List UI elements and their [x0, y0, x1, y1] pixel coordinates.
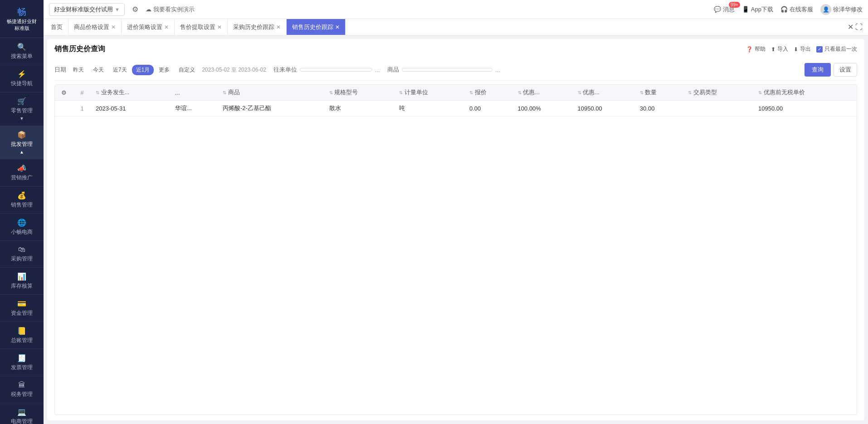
- sort-icon[interactable]: ⇅: [223, 90, 226, 95]
- sidebar-item-purchase[interactable]: 🛍 采购管理: [0, 241, 44, 268]
- close-icon[interactable]: ✕: [276, 24, 281, 30]
- date-btn-custom[interactable]: 自定义: [175, 65, 199, 75]
- import-button[interactable]: ⬆ 导入: [771, 45, 788, 53]
- date-btn-yesterday[interactable]: 昨天: [69, 65, 88, 75]
- sidebar-item-label: 资金管理: [11, 309, 33, 317]
- col-unit: ⇅ 计量单位: [395, 85, 465, 101]
- tab-purchase-strategy[interactable]: 进价策略设置 ✕: [122, 19, 175, 35]
- sort-icon[interactable]: ⇅: [688, 90, 692, 95]
- row-biz-date: 2023-05-31: [91, 101, 171, 116]
- sales-icon: 💰: [17, 191, 26, 200]
- sidebar-item-tax[interactable]: 🏛 税务管理: [0, 376, 44, 403]
- sidebar-item-quick-nav[interactable]: ⚡ 快捷导航: [0, 65, 44, 92]
- date-btn-more[interactable]: 更多: [155, 65, 174, 75]
- from-unit-more-button[interactable]: ...: [375, 67, 380, 73]
- date-range-display: 2023-05-02 至 2023-06-02: [202, 66, 266, 74]
- close-icon[interactable]: ✕: [217, 24, 222, 30]
- sort-icon[interactable]: ⇅: [469, 90, 473, 95]
- demo-label: 我要看实例演示: [153, 5, 195, 14]
- sidebar-item-ledger[interactable]: 📒 总账管理: [0, 322, 44, 349]
- purchase-icon: 🛍: [18, 246, 25, 254]
- date-btn-today[interactable]: 今天: [89, 65, 108, 75]
- tab-sale-price-extract[interactable]: 售价提取设置 ✕: [175, 19, 228, 35]
- inventory-icon: 📊: [17, 272, 26, 281]
- invoice-icon: 🧾: [17, 354, 26, 362]
- app-download-button[interactable]: 📱 App下载: [742, 5, 773, 14]
- online-service-button[interactable]: 🎧 在线客服: [780, 5, 813, 14]
- tab-home[interactable]: 首页: [45, 19, 68, 35]
- tab-purchase-history[interactable]: 采购历史价跟踪 ✕: [228, 19, 287, 35]
- col-pretax-price: ⇅ 优惠前无税单价: [754, 85, 857, 101]
- marketing-icon: 📣: [17, 164, 26, 173]
- query-button[interactable]: 查询: [805, 63, 831, 77]
- col-discount-pct: ⇅ 优惠...: [513, 85, 573, 101]
- app-name: 畅捷通好业财: [4, 18, 40, 25]
- table-row[interactable]: 1 2023-05-31 华谊... 丙烯酸-2-乙基己酯 散水 吨 0.00 …: [55, 101, 857, 116]
- workspace-gear-button[interactable]: ⚙: [128, 3, 142, 15]
- tabbar: 首页 商品价格设置 ✕ 进价策略设置 ✕ 售价提取设置 ✕ 采购历史价跟踪 ✕ …: [44, 19, 868, 35]
- sidebar-item-label: 小畅电商: [11, 228, 33, 236]
- col-price: ⇅ 报价: [465, 85, 513, 101]
- sidebar-item-retail[interactable]: 🛒 零售管理 ▼: [0, 92, 44, 126]
- tab-label: 售价提取设置: [180, 23, 215, 31]
- tab-label: 商品价格设置: [74, 23, 109, 31]
- messages-button[interactable]: 💬 消息 99+: [714, 5, 735, 14]
- row-more: 华谊...: [171, 101, 218, 116]
- col-trade-type: ⇅ 交易类型: [683, 85, 754, 101]
- row-unit: 吨: [395, 101, 465, 116]
- maximize-button[interactable]: ⛶: [855, 23, 863, 31]
- row-quantity: 30.00: [635, 101, 684, 116]
- date-btn-7days[interactable]: 近7天: [109, 65, 131, 75]
- user-menu-button[interactable]: 👤 徐泽华修改: [820, 4, 863, 15]
- export-button[interactable]: ⬇ 导出: [794, 45, 811, 53]
- close-tab-button[interactable]: ✕: [848, 23, 853, 31]
- sort-icon[interactable]: ⇅: [399, 90, 403, 95]
- date-options: 昨天 今天 近7天 近1月 更多 自定义: [69, 65, 199, 75]
- sidebar: 畅 畅捷通好业财 标准版 🔍 搜索菜单 ⚡ 快捷导航 🛒 零售管理 ▼ 📦 批发…: [0, 0, 44, 424]
- demo-button[interactable]: ☁ 我要看实例演示: [146, 5, 195, 14]
- app-edition: 标准版: [4, 25, 40, 32]
- sidebar-item-marketing[interactable]: 📣 营销推广: [0, 159, 44, 187]
- sidebar-item-finance[interactable]: 💳 资金管理: [0, 295, 44, 322]
- filter-actions: 查询 设置: [805, 63, 857, 77]
- product-more-button[interactable]: ...: [495, 67, 500, 73]
- sidebar-item-sales[interactable]: 💰 销售管理: [0, 187, 44, 214]
- chevron-up-icon: ▲: [20, 149, 24, 154]
- from-unit-filter-group: 往来单位 ...: [273, 66, 380, 74]
- tab-sales-history[interactable]: 销售历史价跟踪 ✕: [287, 19, 346, 35]
- app-download-label: App下载: [751, 5, 773, 14]
- settings-button[interactable]: 设置: [834, 63, 857, 77]
- row-gear: [55, 101, 73, 116]
- sort-icon[interactable]: ⇅: [518, 90, 522, 95]
- col-discount-amt: ⇅ 优惠...: [573, 85, 635, 101]
- tab-product-price[interactable]: 商品价格设置 ✕: [68, 19, 122, 35]
- sort-icon[interactable]: ⇅: [578, 90, 581, 95]
- sidebar-item-ecommerce-small[interactable]: 🌐 小畅电商: [0, 214, 44, 241]
- sidebar-item-wholesale[interactable]: 📦 批发管理 ▲: [0, 126, 44, 159]
- col-spec: ⇅ 规格型号: [325, 85, 395, 101]
- column-gear-icon[interactable]: ⚙: [61, 89, 67, 96]
- sidebar-item-ecommerce[interactable]: 💻 电商管理: [0, 403, 44, 424]
- retail-icon: 🛒: [17, 97, 26, 106]
- sidebar-item-search[interactable]: 🔍 搜索菜单: [0, 38, 44, 65]
- close-icon[interactable]: ✕: [164, 24, 169, 30]
- sidebar-item-inventory[interactable]: 📊 库存核算: [0, 268, 44, 295]
- sidebar-item-invoice[interactable]: 🧾 发票管理: [0, 349, 44, 376]
- sort-icon[interactable]: ⇅: [758, 90, 762, 95]
- sort-icon[interactable]: ⇅: [96, 90, 99, 95]
- page-content: 销售历史价查询 ❓ 帮助 ⬆ 导入 ⬇ 导出 ✓ 只看最后一次: [47, 39, 864, 420]
- date-btn-1month[interactable]: 近1月: [132, 65, 154, 75]
- workspace-selector[interactable]: 好业财标准版交付试用 ▼: [49, 3, 125, 16]
- sort-icon[interactable]: ⇅: [640, 90, 644, 95]
- sidebar-item-label: 搜索菜单: [11, 53, 33, 60]
- message-icon: 💬: [714, 6, 721, 13]
- close-icon[interactable]: ✕: [335, 24, 340, 30]
- help-button[interactable]: ❓ 帮助: [746, 45, 766, 53]
- sort-icon[interactable]: ⇅: [329, 90, 333, 95]
- sidebar-item-label: 发票管理: [11, 364, 33, 371]
- page-title: 销售历史价查询: [54, 44, 105, 54]
- last-once-toggle[interactable]: ✓ 只看最后一次: [816, 45, 857, 53]
- from-unit-input[interactable]: [300, 68, 372, 72]
- product-input[interactable]: [402, 68, 493, 72]
- close-icon[interactable]: ✕: [111, 24, 116, 30]
